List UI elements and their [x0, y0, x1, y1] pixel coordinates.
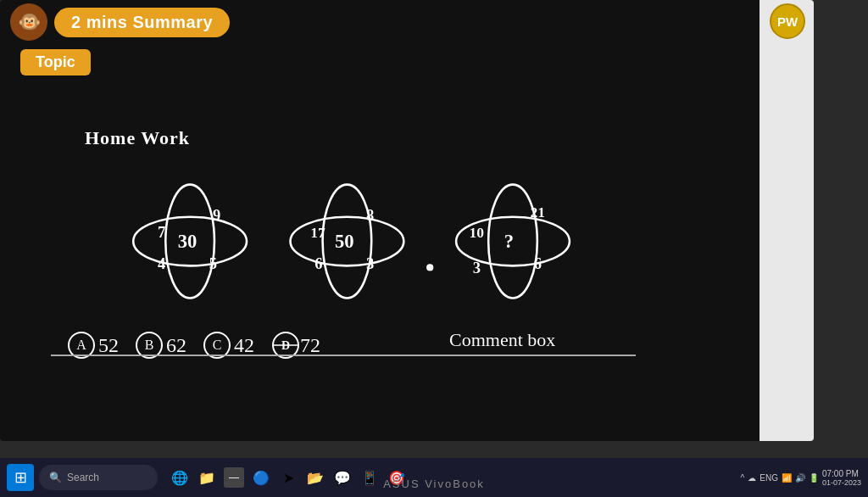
- tray-cloud: ☁: [748, 473, 756, 483]
- screen: 🐵 2 mins Summary PW Topic Home Work 7: [0, 0, 814, 441]
- header: 🐵 2 mins Summary PW: [0, 0, 814, 44]
- tray-battery: 🔋: [809, 473, 819, 483]
- content-area: Home Work 7 9 30 4 5: [0, 76, 814, 441]
- tray-wifi: 📶: [782, 473, 792, 483]
- time: 07:00 PM: [822, 469, 861, 478]
- svg-text:30: 30: [178, 231, 198, 252]
- comment-box-label: Comment box: [449, 329, 555, 351]
- tray-chevron[interactable]: ^: [741, 473, 745, 483]
- answer-d-value: 72: [300, 334, 320, 357]
- tray-lang: ENG: [760, 473, 778, 483]
- knot3: 10 21 ? 3 6: [456, 185, 570, 299]
- taskbar-icon-edge[interactable]: 🌐: [170, 467, 190, 488]
- taskbar-icon-whatsapp[interactable]: 📱: [359, 467, 380, 488]
- svg-text:7: 7: [158, 223, 165, 241]
- date: 01-07-2023: [822, 478, 861, 487]
- taskbar-icon-msg[interactable]: 💬: [332, 467, 353, 488]
- search-label: Search: [67, 472, 99, 483]
- clock: 07:00 PM 01-07-2023: [822, 469, 861, 487]
- title-badge: 2 mins Summary: [54, 8, 230, 37]
- tray-area: ^ ☁ ENG 📶 🔊 🔋 07:00 PM 01-07-2023: [741, 469, 861, 487]
- answer-c-value: 42: [234, 334, 254, 357]
- taskbar-icon-arrow[interactable]: ➤: [278, 467, 298, 488]
- taskbar-icon-chrome[interactable]: 🔵: [251, 467, 271, 488]
- svg-text:8: 8: [366, 206, 374, 224]
- laptop-brand: ASUS VivoBook: [383, 477, 485, 490]
- taskbar-right: ^ ☁ ENG 📶 🔊 🔋 07:00 PM 01-07-2023: [741, 469, 861, 487]
- svg-text:D: D: [281, 339, 290, 352]
- svg-text:9: 9: [213, 206, 220, 224]
- search-icon: 🔍: [49, 472, 62, 483]
- svg-text:50: 50: [335, 231, 354, 252]
- svg-text:6: 6: [534, 255, 542, 273]
- pw-logo: PW: [770, 3, 805, 39]
- taskbar-pinned-icons: 🌐 📁 — 🔵 ➤ 📂 💬 📱 🎯: [170, 467, 407, 488]
- svg-text:10: 10: [470, 224, 485, 241]
- svg-text:3: 3: [366, 255, 374, 273]
- knot2: 17 8 50 6 3: [291, 185, 404, 299]
- svg-text:6: 6: [314, 255, 322, 273]
- start-button[interactable]: ⊞: [7, 464, 34, 491]
- svg-text:?: ?: [504, 231, 514, 252]
- laptop-shell: 🐵 2 mins Summary PW Topic Home Work 7: [0, 0, 868, 497]
- taskbar-icon-folder[interactable]: 📁: [197, 467, 217, 488]
- svg-text:21: 21: [531, 204, 546, 221]
- svg-text:4: 4: [158, 255, 165, 273]
- svg-text:3: 3: [473, 259, 481, 276]
- tray-volume: 🔊: [795, 473, 805, 483]
- answer-b-value: 62: [166, 334, 186, 357]
- taskbar-icon-files[interactable]: 📂: [305, 467, 326, 488]
- taskbar-search[interactable]: 🔍 Search: [39, 465, 158, 490]
- knot1: 7 9 30 4 5: [133, 185, 247, 299]
- taskbar-icon-minus[interactable]: —: [224, 467, 244, 488]
- svg-text:17: 17: [310, 224, 326, 241]
- answer-a-value: 52: [98, 334, 119, 357]
- svg-text:5: 5: [209, 255, 217, 273]
- bottom-line-1: [51, 355, 517, 356]
- topic-badge[interactable]: Topic: [20, 49, 91, 75]
- bottom-line-2: [449, 355, 636, 356]
- avatar: 🐵: [10, 3, 47, 41]
- svg-point-14: [426, 264, 433, 271]
